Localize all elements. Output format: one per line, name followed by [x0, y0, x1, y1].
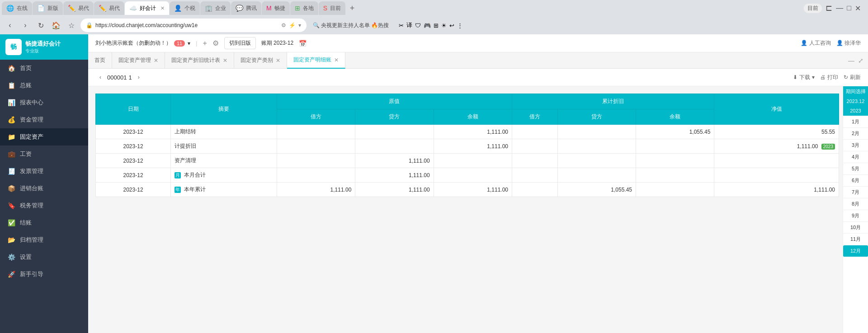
funds-icon: 💰 [7, 116, 15, 124]
browser-chrome: 🌐 在线 📄 新版 ✏️ 易代 ✏️ 易代 ☁️ 好会计 ✕ 👤 个税 🏢 企业 [0, 0, 868, 34]
tab-menu-icon[interactable]: ⊏ [826, 3, 832, 13]
tab-asset-detail-close[interactable]: ✕ [334, 57, 339, 63]
refresh-button[interactable]: ↻ 刷新 [844, 74, 861, 81]
browser-tab-yidai2[interactable]: ✏️ 易代 [94, 1, 124, 15]
period-item-feb[interactable]: 2月 [843, 128, 868, 140]
search-bar[interactable]: 🔍 央视更新主持人名单 🔥热搜 [309, 20, 392, 31]
forward-button[interactable]: › [19, 19, 32, 32]
sidebar-item-fixed-assets[interactable]: 📁 固定资产 [0, 128, 88, 145]
address-input[interactable]: 🔒 https://cloud.chanjet.com/accounting/u… [80, 19, 307, 32]
sidebar-item-settings[interactable]: ⚙️ 设置 [0, 249, 88, 266]
sidebar-label-fixed-assets: 固定资产 [20, 133, 43, 141]
switch-version-button[interactable]: 切到旧版 [224, 37, 256, 49]
period-item-nov[interactable]: 11月 [843, 234, 868, 245]
tab-asset-category-close[interactable]: ✕ [276, 57, 280, 64]
main-content: 刘小艳演示账套（勿删勿动！） 11 ▾ | + ⚙ 切到旧版 账期 2023-1… [88, 34, 868, 333]
undo-icon[interactable]: ↩ [449, 22, 454, 29]
table-period-wrap: 日期 摘要 原值 累计折旧 净值 借方 贷方 余额 借方 [88, 86, 868, 333]
minimize-panel-icon[interactable]: — [848, 57, 854, 64]
cell-dep-balance-2 [636, 139, 714, 154]
browser-tab-muqian[interactable]: S 目前 [319, 1, 345, 15]
sidebar-item-checkout[interactable]: ✅ 结账 [0, 214, 88, 231]
calendar-icon[interactable]: 📅 [299, 40, 307, 47]
sidebar-item-purchase[interactable]: 📦 进销台账 [0, 180, 88, 197]
translate-icon[interactable]: 译 [406, 21, 412, 29]
period-item-mar[interactable]: 3月 [843, 140, 868, 151]
cell-date-1: 2023-12 [96, 125, 171, 139]
browser-tab-changjie[interactable]: M 畅捷 [262, 1, 290, 15]
grid-icon[interactable]: ⊞ [434, 22, 439, 29]
sidebar-item-home[interactable]: 🏠 首页 [0, 60, 88, 77]
next-record-button[interactable]: › [134, 72, 144, 82]
refresh-nav-button[interactable]: ↻ [34, 19, 47, 32]
cell-orig-balance-3 [434, 154, 512, 168]
sidebar-item-reports[interactable]: 📊 报表中心 [0, 94, 88, 111]
browser-tab-new[interactable]: 📄 新版 [33, 1, 63, 15]
expand-panel-icon[interactable]: ⤢ [858, 57, 863, 64]
period-item-year[interactable]: 2023 [843, 106, 868, 116]
print-button[interactable]: 🖨 打印 [820, 74, 838, 81]
browser-tab-haokuaiji[interactable]: ☁️ 好会计 ✕ [125, 1, 169, 15]
period-item-aug[interactable]: 8月 [843, 198, 868, 210]
period-item-oct[interactable]: 10月 [843, 222, 868, 234]
close-window-button[interactable]: ✕ [855, 4, 861, 13]
tab-home[interactable]: 首页 [88, 52, 112, 69]
customer-service-link[interactable]: 👤 人工咨询 [801, 39, 830, 47]
tab-favicon-geshui: 👤 [174, 5, 182, 12]
cell-net-4 [714, 168, 839, 183]
add-company-button[interactable]: + [203, 39, 207, 47]
sidebar-item-funds[interactable]: 💰 资金管理 [0, 111, 88, 128]
tab-asset-detail[interactable]: 固定资产明细账 ✕ [287, 52, 345, 69]
tab-depreciation-stat[interactable]: 固定资产折旧统计表 ✕ [165, 52, 234, 69]
sidebar-item-invoice[interactable]: 🧾 发票管理 [0, 163, 88, 180]
minimize-button[interactable]: — [836, 4, 843, 12]
sidebar-item-guide[interactable]: 🚀 新手引导 [0, 266, 88, 283]
shield-icon[interactable]: 🛡 [415, 22, 421, 29]
tab-fixed-asset-mgmt-close[interactable]: ✕ [154, 57, 158, 64]
tab-asset-category[interactable]: 固定资产类别 ✕ [234, 52, 287, 69]
app-layout: 畅 畅捷通好会计 专业版 🏠 首页 📋 总账 📊 报表中心 💰 资金管 [0, 34, 868, 333]
tab-fixed-asset-mgmt[interactable]: 固定资产管理 ✕ [112, 52, 165, 69]
browser-tab-tencent[interactable]: 💬 腾讯 [231, 1, 261, 15]
th-dep-balance: 余额 [636, 109, 714, 125]
sun-icon[interactable]: ☀ [441, 22, 447, 29]
tab-close-haokuaiji[interactable]: ✕ [160, 5, 165, 11]
sidebar-item-payroll[interactable]: 💼 工资 [0, 145, 88, 163]
sidebar-item-tax[interactable]: 🔖 税务管理 [0, 197, 88, 214]
tab-depreciation-stat-close[interactable]: ✕ [223, 57, 227, 64]
period-item-apr[interactable]: 4月 [843, 151, 868, 163]
game-icon[interactable]: 🎮 [424, 22, 431, 29]
company-settings-icon[interactable]: ⚙ [212, 39, 219, 47]
home-nav-button[interactable]: 🏠 [50, 19, 62, 32]
period-item-jan[interactable]: 1月 [843, 116, 868, 128]
period-item-dec[interactable]: 12月 [843, 245, 868, 257]
period-item-may[interactable]: 5月 [843, 163, 868, 175]
maximize-button[interactable]: □ [847, 4, 851, 12]
period-item-jun[interactable]: 6月 [843, 175, 868, 187]
sidebar-label-settings: 设置 [20, 253, 32, 261]
menu-icon[interactable]: ⋮ [457, 22, 463, 29]
page-tabs: 首页 固定资产管理 ✕ 固定资产折旧统计表 ✕ 固定资产类别 ✕ 固定资产明细账… [88, 52, 868, 69]
browser-tab-geshui[interactable]: 👤 个税 [170, 1, 200, 15]
sidebar-item-archive[interactable]: 📂 归档管理 [0, 231, 88, 249]
company-selector[interactable]: 刘小艳演示账套（勿删勿动！） 11 ▾ [95, 39, 190, 47]
cell-summary-3: 资产清理 [171, 154, 277, 168]
bookmark-button[interactable]: ☆ [65, 19, 78, 32]
period-item-sep[interactable]: 9月 [843, 210, 868, 222]
browser-tab-online[interactable]: 🌐 在线 [2, 1, 32, 15]
prev-record-button[interactable]: ‹ [95, 72, 105, 82]
period-item-jul[interactable]: 7月 [843, 187, 868, 198]
user-avatar[interactable]: 👤 徐泽华 [836, 39, 861, 47]
new-tab-button[interactable]: + [346, 2, 359, 14]
download-button[interactable]: ⬇ 下载 ▾ [793, 74, 815, 81]
browser-tab-yidai1[interactable]: ✏️ 易代 [63, 1, 94, 15]
browser-tab-gedi[interactable]: ⊞ 各地 [290, 1, 318, 15]
back-button[interactable]: ‹ [4, 19, 16, 32]
dropdown-icon[interactable]: ▾ [298, 22, 301, 28]
sidebar-item-ledger[interactable]: 📋 总账 [0, 77, 88, 94]
tab-favicon-online: 🌐 [6, 5, 14, 12]
scissors-icon[interactable]: ✂ [399, 22, 404, 29]
browser-tab-qiye[interactable]: 🏢 企业 [200, 1, 231, 15]
cell-dep-credit-2 [557, 139, 636, 154]
table-row: 2023-12 资产清理 1,111.00 [96, 154, 839, 168]
